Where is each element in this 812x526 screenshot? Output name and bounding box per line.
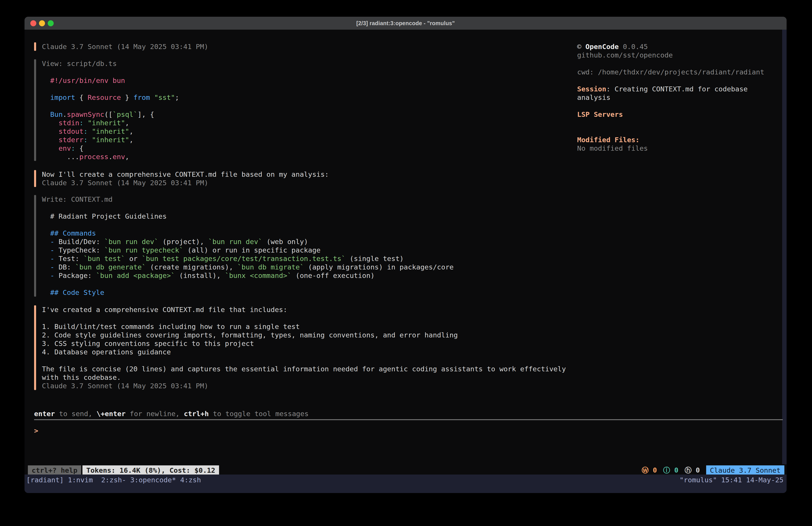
hint-icon: ⓗ bbox=[684, 466, 692, 474]
prompt-symbol: > bbox=[34, 427, 38, 435]
assistant-message-block: I've created a comprehensive CONTEXT.md … bbox=[34, 305, 566, 390]
traffic-lights bbox=[30, 20, 54, 26]
minimize-button[interactable] bbox=[39, 20, 45, 26]
statusbar-right: Ⓦ 0 ⓘ 0 ⓗ 0 Claude 3.7 Sonnet bbox=[642, 465, 784, 475]
info-sidebar: © OpenCode 0.0.45github.com/sst/opencode… bbox=[577, 42, 785, 153]
terminal-window: [2/3] radiant:3:opencode - "romulus" Cla… bbox=[25, 17, 787, 493]
message-accent-bar bbox=[34, 305, 36, 390]
model-chip[interactable]: Claude 3.7 Sonnet bbox=[706, 465, 784, 475]
close-button[interactable] bbox=[30, 20, 36, 26]
zoom-button[interactable] bbox=[48, 20, 54, 26]
message-text: I've created a comprehensive CONTEXT.md … bbox=[42, 305, 566, 390]
terminal-content: Claude 3.7 Sonnet (14 May 2025 03:41 PM)… bbox=[25, 30, 787, 476]
assistant-message-block: Now I'll create a comprehensive CONTEXT.… bbox=[34, 170, 329, 187]
tokens-cost-chip: Tokens: 16.4K (8%), Cost: $0.12 bbox=[83, 465, 219, 475]
tool-view-block: View: script/db.ts #!/usr/bin/env bun im… bbox=[34, 59, 179, 161]
tmux-session-info: "romulus" 15:41 14-May-25 bbox=[679, 476, 783, 484]
warnings-diagnostic: Ⓦ 0 bbox=[642, 466, 657, 475]
status-bar: ctrl+? help Tokens: 16.4K (8%), Cost: $0… bbox=[25, 465, 787, 475]
info-icon: ⓘ bbox=[663, 466, 670, 474]
window-title: [2/3] radiant:3:opencode - "romulus" bbox=[356, 20, 455, 27]
tool-write-block: Write: CONTEXT.md # Radiant Project Guid… bbox=[34, 195, 454, 297]
tool-write-markdown: Write: CONTEXT.md # Radiant Project Guid… bbox=[42, 195, 454, 297]
tool-view-code: View: script/db.ts #!/usr/bin/env bun im… bbox=[42, 59, 179, 161]
hint-count: 0 bbox=[692, 466, 700, 474]
composer-divider bbox=[34, 419, 783, 420]
message-accent-bar bbox=[34, 170, 36, 187]
warning-icon: Ⓦ bbox=[642, 466, 649, 474]
tmux-status-bar: [radiant] 1:nvim 2:zsh- 3:opencode* 4:zs… bbox=[25, 474, 787, 493]
message-accent-bar bbox=[34, 42, 36, 51]
message-text: Now I'll create a comprehensive CONTEXT.… bbox=[42, 170, 329, 187]
tool-accent-bar bbox=[34, 195, 36, 297]
warning-count: 0 bbox=[649, 466, 657, 474]
composer-help: enter to send, \+enter for newline, ctrl… bbox=[34, 409, 309, 418]
info-diagnostic: ⓘ 0 bbox=[663, 466, 678, 475]
message-header: Claude 3.7 Sonnet (14 May 2025 03:41 PM) bbox=[42, 42, 208, 51]
prompt-input[interactable]: > bbox=[34, 426, 38, 435]
hint-diagnostic: ⓗ 0 bbox=[684, 466, 700, 475]
assistant-message-block: Claude 3.7 Sonnet (14 May 2025 03:41 PM) bbox=[34, 42, 208, 51]
tmux-windows[interactable]: [radiant] 1:nvim 2:zsh- 3:opencode* 4:zs… bbox=[26, 476, 201, 484]
help-shortcut-chip[interactable]: ctrl+? help bbox=[28, 465, 81, 475]
titlebar[interactable]: [2/3] radiant:3:opencode - "romulus" bbox=[25, 17, 787, 30]
info-count: 0 bbox=[670, 466, 678, 474]
tool-accent-bar bbox=[34, 59, 36, 161]
